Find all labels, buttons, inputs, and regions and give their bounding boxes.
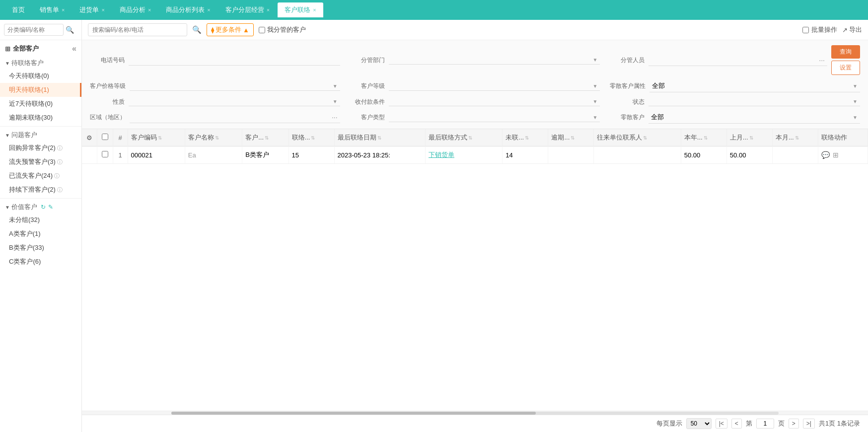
sidebar-item-a-type[interactable]: A类客户(1) <box>0 227 81 241</box>
nav-product-analysis-list-close[interactable]: × <box>207 7 210 13</box>
batch-op-btn[interactable]: 批量操作 <box>802 25 837 34</box>
scrollbar-track[interactable] <box>171 412 779 415</box>
sidebar-search-icon[interactable]: 🔍 <box>66 26 74 34</box>
th-last-month[interactable]: 上月... ⇅ <box>726 129 772 146</box>
nav-product-analysis-label: 商品分析 <box>120 5 145 14</box>
manager-label: 分管人员 <box>610 56 645 65</box>
price-level-select[interactable]: ▼ <box>130 82 340 91</box>
manager-select[interactable]: ··· <box>649 55 827 66</box>
sidebar-item-7days[interactable]: 近7天待联络(0) <box>0 97 81 111</box>
price-level-label: 客户价格等级 <box>90 82 126 90</box>
customer-level-select[interactable]: ▼ <box>389 82 600 91</box>
nav-product-analysis-close[interactable]: × <box>148 7 151 13</box>
td-checkbox[interactable] <box>97 146 113 164</box>
grid-icon: ⊞ <box>5 45 10 53</box>
first-page-btn[interactable]: |< <box>716 419 727 429</box>
region-select[interactable]: ··· <box>130 112 340 123</box>
nav-purchase-close[interactable]: × <box>101 7 104 13</box>
status-select[interactable]: ▼ <box>649 97 860 106</box>
settings-icon[interactable]: ⚙ <box>86 134 92 142</box>
group-pending-contact[interactable]: ▼ 待联络客户 <box>0 56 81 69</box>
retail-customer-select[interactable]: 全部 ▼ <box>649 111 860 124</box>
prev-page-btn[interactable]: < <box>731 419 742 429</box>
group-value-customers[interactable]: ▼ 价值客户 ↻ ✎ <box>0 200 81 213</box>
sidebar-item-tomorrow[interactable]: 明天待联络(1) <box>0 83 81 97</box>
customer-type-select[interactable]: ▼ <box>389 113 600 122</box>
th-type[interactable]: 客户... ⇅ <box>242 129 289 146</box>
sidebar-item-ungrouped[interactable]: 未分组(32) <box>0 213 81 227</box>
edit-icon[interactable]: ✎ <box>48 204 53 211</box>
per-page-select[interactable]: 50 100 200 <box>686 418 712 429</box>
select-all-checkbox[interactable] <box>102 134 108 140</box>
batch-check[interactable] <box>802 27 809 33</box>
query-btn[interactable]: 查询 <box>831 45 860 59</box>
retail-customer-chevron-icon: ▼ <box>853 115 858 120</box>
sidebar-search-input[interactable] <box>4 24 64 36</box>
export-btn[interactable]: ↗ 导出 <box>842 25 862 34</box>
sidebar-item-declining[interactable]: 持续下滑客户(2) ⓘ <box>0 183 81 197</box>
th-checkbox[interactable] <box>97 129 113 146</box>
page-input[interactable] <box>756 419 774 429</box>
my-customers-checkbox[interactable]: 我分管的客户 <box>259 25 306 34</box>
nav-customer-contact-close[interactable]: × <box>313 7 316 13</box>
nav-product-analysis[interactable]: 商品分析 × <box>113 2 158 17</box>
sidebar-item-churn-warning[interactable]: 流失预警客户(3) ⓘ <box>0 155 81 169</box>
sidebar-item-overdue[interactable]: 逾期未联络(30) <box>0 111 81 125</box>
th-this-year[interactable]: 本年... ⇅ <box>681 129 726 146</box>
td-contact: 15 <box>289 146 334 164</box>
phone-input[interactable] <box>129 55 340 66</box>
th-this-month[interactable]: 本月... ⇅ <box>772 129 818 146</box>
more-action-icon[interactable]: ⊞ <box>833 151 839 159</box>
group-problem-customers[interactable]: ▼ 问题客户 <box>0 128 81 141</box>
nav-purchase[interactable]: 进货单 × <box>72 2 111 17</box>
dept-select[interactable]: ▼ <box>389 56 600 65</box>
sidebar-item-churned[interactable]: 已流失客户(24) ⓘ <box>0 169 81 183</box>
nav-sales[interactable]: 销售单 × <box>33 2 72 17</box>
nav-product-analysis-list[interactable]: 商品分析列表 × <box>159 2 217 17</box>
nav-customer-segment[interactable]: 客户分层经营 × <box>218 2 277 17</box>
td-last-method: 下销货单 <box>426 146 503 164</box>
collapse-icon[interactable]: « <box>72 44 76 53</box>
retail-attr-select[interactable]: 全部 ▼ <box>650 80 860 92</box>
th-settings[interactable]: ⚙ <box>82 129 97 146</box>
row-last-method[interactable]: 下销货单 <box>429 151 454 158</box>
filter-search-icon[interactable]: 🔍 <box>192 25 202 34</box>
horizontal-scrollbar[interactable] <box>82 411 868 415</box>
customer-type-chevron-icon: ▼ <box>592 115 597 120</box>
payment-select[interactable]: ▼ <box>389 97 600 106</box>
sidebar-item-c-type[interactable]: C类客户(6) <box>0 255 81 269</box>
th-code[interactable]: 客户编码 ⇅ <box>128 129 185 146</box>
next-page-btn[interactable]: > <box>789 419 799 429</box>
th-overdue[interactable]: 逾期... ⇅ <box>548 129 594 146</box>
payment-chevron-icon: ▼ <box>592 99 597 104</box>
all-customers-header[interactable]: ⊞ 全部客户 « <box>0 40 81 56</box>
td-this-month <box>772 146 818 164</box>
th-company-contact[interactable]: 往来单位联系人 ⇅ <box>594 129 681 146</box>
row-checkbox[interactable] <box>102 151 108 157</box>
set-btn[interactable]: 设置 <box>831 61 860 75</box>
contact-action-icon[interactable]: 💬 <box>821 151 830 159</box>
scrollbar-thumb[interactable] <box>171 412 536 415</box>
nav-customer-contact[interactable]: 客户联络 × <box>278 2 323 17</box>
nav-sales-close[interactable]: × <box>62 7 65 13</box>
th-no-contact[interactable]: 未联... ⇅ <box>503 129 548 146</box>
th-contact[interactable]: 联络... ⇅ <box>289 129 334 146</box>
sidebar-item-repurchase-anomaly[interactable]: 回购异常客户(2) ⓘ <box>0 141 81 155</box>
refresh-icon[interactable]: ↻ <box>41 204 46 211</box>
more-conditions-label: 更多条件 <box>216 25 241 34</box>
th-name[interactable]: 客户名称 ⇅ <box>185 129 242 146</box>
th-last-method[interactable]: 最后联络方式 ⇅ <box>426 129 503 146</box>
th-last-date[interactable]: 最后联络日期 ⇅ <box>334 129 425 146</box>
manager-dots-icon[interactable]: ··· <box>819 56 825 64</box>
filter-row-dept: 分管部门 ▼ <box>350 45 600 75</box>
last-page-btn[interactable]: >| <box>803 419 815 429</box>
sidebar-item-today[interactable]: 今天待联络(0) <box>0 69 81 83</box>
nature-select[interactable]: ▼ <box>129 97 340 106</box>
nav-home[interactable]: 首页 <box>5 2 32 17</box>
my-customers-check[interactable] <box>259 27 265 33</box>
nav-customer-segment-close[interactable]: × <box>267 7 270 13</box>
search-input[interactable] <box>88 23 187 36</box>
sidebar-item-b-type[interactable]: B类客户(33) <box>0 241 81 255</box>
region-dots-icon[interactable]: ··· <box>332 113 338 121</box>
more-conditions-btn[interactable]: ⧫ 更多条件 ▲ <box>207 23 254 36</box>
